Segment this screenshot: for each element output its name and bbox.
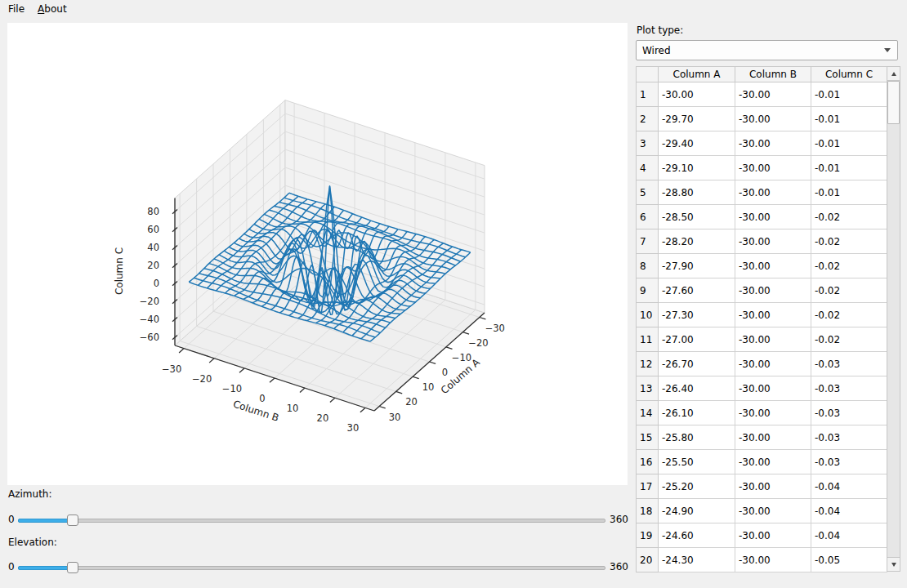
table-cell[interactable]: -30.00: [735, 548, 811, 572]
table-cell[interactable]: -30.00: [735, 401, 811, 425]
row-header[interactable]: 11: [637, 327, 659, 352]
table-cell[interactable]: -30.00: [735, 523, 811, 548]
table-cell[interactable]: -0.01: [811, 180, 887, 205]
table-scrollbar[interactable]: [887, 66, 900, 572]
row-header[interactable]: 10: [637, 303, 659, 327]
row-header[interactable]: 16: [637, 450, 659, 474]
table-cell[interactable]: -0.03: [811, 450, 887, 474]
table-cell[interactable]: -24.60: [659, 523, 735, 548]
table-cell[interactable]: -0.02: [811, 278, 887, 303]
table-cell[interactable]: -24.30: [659, 548, 735, 572]
table-cell[interactable]: -0.01: [811, 107, 887, 131]
table-cell[interactable]: -30.00: [735, 205, 811, 229]
scroll-down-button[interactable]: [887, 557, 900, 571]
menu-bar: FileAbout: [0, 0, 907, 17]
table-cell[interactable]: -0.04: [811, 474, 887, 499]
table-cell[interactable]: -27.00: [659, 327, 735, 352]
row-header[interactable]: 19: [637, 523, 659, 548]
row-header[interactable]: 6: [637, 205, 659, 229]
row-header[interactable]: 5: [637, 180, 659, 205]
row-header[interactable]: 15: [637, 425, 659, 450]
3d-wireframe-canvas[interactable]: −30−20−100102030−30−20−100102030−60−40−2…: [7, 23, 628, 485]
table-cell[interactable]: -0.03: [811, 425, 887, 450]
scrollbar-thumb[interactable]: [887, 81, 900, 124]
table-cell[interactable]: -30.00: [735, 278, 811, 303]
table-cell[interactable]: -30.00: [735, 254, 811, 278]
azimuth-slider[interactable]: [18, 514, 605, 526]
table-cell[interactable]: -29.70: [659, 107, 735, 131]
table-cell[interactable]: -30.00: [735, 499, 811, 523]
table-cell[interactable]: -0.03: [811, 352, 887, 376]
column-header-a[interactable]: Column A: [659, 67, 735, 82]
row-header[interactable]: 2: [637, 107, 659, 131]
row-header[interactable]: 8: [637, 254, 659, 278]
table-cell[interactable]: -0.04: [811, 523, 887, 548]
table-cell[interactable]: -0.02: [811, 254, 887, 278]
table-cell[interactable]: -30.00: [735, 156, 811, 180]
table-cell[interactable]: -25.50: [659, 450, 735, 474]
table-cell[interactable]: -30.00: [735, 131, 811, 156]
table-cell[interactable]: -0.03: [811, 376, 887, 401]
table-cell[interactable]: -30.00: [735, 425, 811, 450]
table-cell[interactable]: -27.60: [659, 278, 735, 303]
table-cell[interactable]: -30.00: [735, 82, 811, 107]
row-header[interactable]: 12: [637, 352, 659, 376]
table-cell[interactable]: -25.80: [659, 425, 735, 450]
row-header[interactable]: 14: [637, 401, 659, 425]
slider-track[interactable]: [18, 519, 605, 523]
table-cell[interactable]: -27.90: [659, 254, 735, 278]
column-header-c[interactable]: Column C: [811, 67, 887, 82]
table-cell[interactable]: -30.00: [735, 327, 811, 352]
table-cell[interactable]: -30.00: [735, 376, 811, 401]
table-cell[interactable]: -30.00: [735, 450, 811, 474]
table-cell[interactable]: -0.01: [811, 82, 887, 107]
table-cell[interactable]: -0.01: [811, 131, 887, 156]
table-cell[interactable]: -25.20: [659, 474, 735, 499]
table-cell[interactable]: -30.00: [735, 303, 811, 327]
row-header[interactable]: 4: [637, 156, 659, 180]
table-cell[interactable]: -28.20: [659, 229, 735, 254]
table-cell[interactable]: -24.90: [659, 499, 735, 523]
table-cell[interactable]: -0.02: [811, 327, 887, 352]
menu-item-file[interactable]: File: [2, 1, 31, 17]
table-cell[interactable]: -26.10: [659, 401, 735, 425]
table-cell[interactable]: -30.00: [735, 474, 811, 499]
azimuth-slider-handle[interactable]: [67, 514, 78, 526]
column-header-b[interactable]: Column B: [735, 67, 811, 82]
table-cell[interactable]: -0.04: [811, 499, 887, 523]
table-cell[interactable]: -29.40: [659, 131, 735, 156]
row-header[interactable]: 17: [637, 474, 659, 499]
row-header[interactable]: 3: [637, 131, 659, 156]
slider-track[interactable]: [18, 566, 605, 570]
table-cell[interactable]: -27.30: [659, 303, 735, 327]
table-cell[interactable]: -0.05: [811, 548, 887, 572]
corner-header[interactable]: [637, 67, 659, 82]
table-cell[interactable]: -30.00: [735, 229, 811, 254]
scroll-up-button[interactable]: [887, 67, 900, 81]
table-cell[interactable]: -0.02: [811, 303, 887, 327]
table-cell[interactable]: -30.00: [735, 107, 811, 131]
menu-item-about[interactable]: About: [31, 1, 74, 17]
row-header[interactable]: 20: [637, 548, 659, 572]
table-cell[interactable]: -0.01: [811, 156, 887, 180]
table-cell[interactable]: -0.02: [811, 229, 887, 254]
table-cell[interactable]: -0.03: [811, 401, 887, 425]
plot-type-select[interactable]: Wired: [636, 40, 898, 60]
row-header[interactable]: 7: [637, 229, 659, 254]
table-cell[interactable]: -26.70: [659, 352, 735, 376]
row-header[interactable]: 9: [637, 278, 659, 303]
elevation-slider[interactable]: [18, 562, 605, 573]
row-header[interactable]: 13: [637, 376, 659, 401]
table-cell[interactable]: -29.10: [659, 156, 735, 180]
table-cell[interactable]: -28.50: [659, 205, 735, 229]
table-cell[interactable]: -0.02: [811, 205, 887, 229]
elevation-slider-handle[interactable]: [67, 562, 78, 573]
row-header[interactable]: 1: [637, 82, 659, 107]
table-cell[interactable]: -28.80: [659, 180, 735, 205]
table-cell[interactable]: -26.40: [659, 376, 735, 401]
row-header[interactable]: 18: [637, 499, 659, 523]
table-cell[interactable]: -30.00: [659, 82, 735, 107]
table-row: 9-27.60-30.00-0.02: [637, 278, 887, 303]
table-cell[interactable]: -30.00: [735, 352, 811, 376]
table-cell[interactable]: -30.00: [735, 180, 811, 205]
